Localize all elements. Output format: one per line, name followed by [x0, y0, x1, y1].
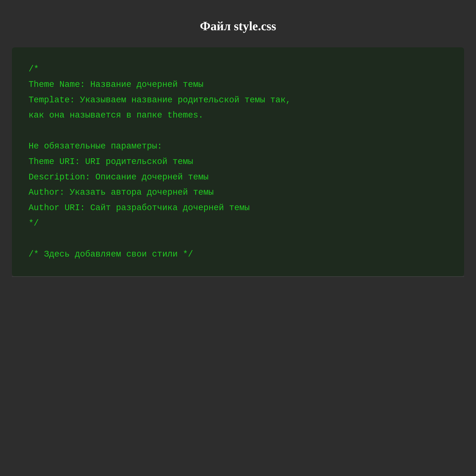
- page-title: Файл style.css: [200, 19, 276, 33]
- divider: [12, 276, 464, 277]
- code-block: /* Theme Name: Название дочерней темы Te…: [12, 47, 464, 276]
